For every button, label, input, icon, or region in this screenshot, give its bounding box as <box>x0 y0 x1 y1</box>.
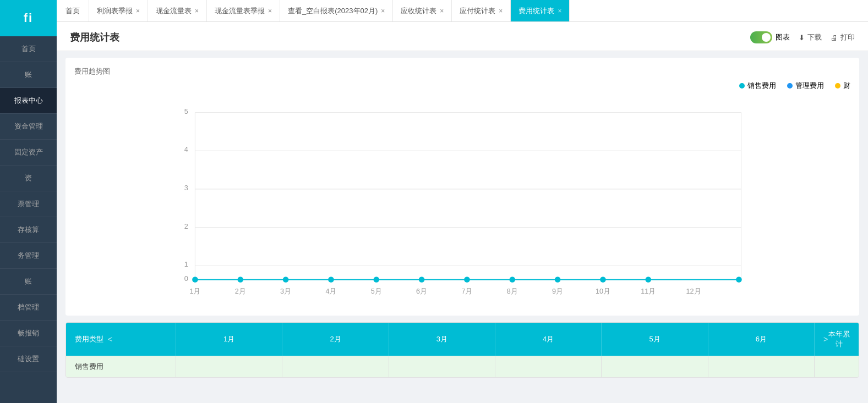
legend-finance-dot <box>835 83 840 89</box>
td-type-sales: 销售费用 <box>66 356 176 377</box>
td-sales-m2 <box>282 356 389 377</box>
th-month-2: 2月 <box>282 323 389 356</box>
sidebar-logo: fi <box>0 0 57 36</box>
legend-sales-label: 销售费用 <box>747 81 776 91</box>
page-title: 费用统计表 <box>70 31 119 44</box>
print-icon: 🖨 <box>831 34 838 42</box>
th-month-4: 4月 <box>495 323 602 356</box>
legend-admin-dot <box>787 83 793 89</box>
tab-home[interactable]: 首页 <box>57 0 89 21</box>
sidebar-item-invoice[interactable]: 票管理 <box>0 191 57 217</box>
tab-close-cashflow[interactable]: × <box>195 7 199 15</box>
page-content: 费用统计表 图表 ⬇ 下载 🖨 打印 费用趋势图 <box>57 22 868 403</box>
svg-point-20 <box>464 277 470 283</box>
svg-text:1: 1 <box>184 261 188 268</box>
svg-point-25 <box>736 277 742 283</box>
chart-svg: 5 4 3 2 1 0 <box>74 96 850 305</box>
tab-cashflow-quarterly[interactable]: 现金流量表季报 × <box>207 0 280 21</box>
svg-point-22 <box>555 277 561 283</box>
td-sales-m6 <box>708 356 815 377</box>
sidebar-item-service[interactable]: 务管理 <box>0 243 57 269</box>
sidebar-item-settings[interactable]: 础设置 <box>0 346 57 372</box>
td-sales-ytd <box>815 356 859 377</box>
sidebar-item-expense[interactable]: 畅报销 <box>0 321 57 346</box>
svg-point-14 <box>192 277 198 283</box>
tab-blank-report[interactable]: 查看_空白报表(2023年02月) × <box>280 0 393 21</box>
legend-finance-label: 财 <box>843 81 850 91</box>
sidebar-item-ledger[interactable]: 账 <box>0 269 57 295</box>
svg-point-18 <box>374 277 380 283</box>
main-content: 首页 利润表季报 × 现金流量表 × 现金流量表季报 × 查看_空白报表(202… <box>57 0 868 403</box>
th-year-total: > 本年累计 <box>815 323 859 356</box>
svg-text:9月: 9月 <box>552 288 563 295</box>
tab-close-profit-quarterly[interactable]: × <box>136 7 140 15</box>
svg-point-15 <box>238 277 244 283</box>
table-section: 费用类型 < 1月 2月 3月 4月 5月 6月 > 本年累计 销售费用 <box>65 322 859 378</box>
chart-toggle[interactable] <box>750 31 772 43</box>
sidebar-item-inventory[interactable]: 存核算 <box>0 217 57 243</box>
td-sales-m1 <box>176 356 282 377</box>
legend-sales-dot <box>739 83 745 89</box>
sidebar-item-archive[interactable]: 档管理 <box>0 295 57 321</box>
svg-text:0: 0 <box>184 275 188 283</box>
nav-next-arrow[interactable]: > <box>823 335 828 344</box>
th-month-5: 5月 <box>602 323 708 356</box>
page-actions: 图表 ⬇ 下载 🖨 打印 <box>750 31 855 43</box>
tab-expense-stats[interactable]: 费用统计表 × <box>511 0 570 21</box>
svg-point-21 <box>510 277 516 283</box>
svg-point-17 <box>328 277 334 283</box>
chart-title: 费用趋势图 <box>74 67 850 76</box>
print-button[interactable]: 🖨 打印 <box>831 32 855 42</box>
nav-prev-arrow[interactable]: < <box>108 335 112 344</box>
svg-text:3: 3 <box>184 184 188 192</box>
svg-point-23 <box>600 277 606 283</box>
tab-receivable[interactable]: 应收统计表 × <box>393 0 452 21</box>
td-sales-m5 <box>602 356 708 377</box>
tab-bar: 首页 利润表季报 × 现金流量表 × 现金流量表季报 × 查看_空白报表(202… <box>57 0 868 22</box>
svg-point-19 <box>419 277 425 283</box>
svg-text:8月: 8月 <box>507 288 518 295</box>
legend-sales: 销售费用 <box>739 81 776 91</box>
td-sales-m3 <box>389 356 495 377</box>
sidebar-item-report-center[interactable]: 报表中心 <box>0 88 57 114</box>
chart-toggle-label: 图表 <box>776 32 790 42</box>
tab-profit-quarterly[interactable]: 利润表季报 × <box>89 0 148 21</box>
svg-text:3月: 3月 <box>280 288 291 295</box>
sidebar-item-fund[interactable]: 资金管理 <box>0 114 57 140</box>
sidebar-item-capital[interactable]: 资 <box>0 165 57 191</box>
download-icon: ⬇ <box>799 34 805 42</box>
svg-text:2: 2 <box>184 223 188 230</box>
th-month-6: 6月 <box>708 323 815 356</box>
table-header: 费用类型 < 1月 2月 3月 4月 5月 6月 > 本年累计 <box>66 323 859 356</box>
page-header: 费用统计表 图表 ⬇ 下载 🖨 打印 <box>57 22 868 51</box>
tab-close-receivable[interactable]: × <box>440 7 444 15</box>
th-expense-type: 费用类型 < <box>66 323 176 356</box>
svg-text:4: 4 <box>184 146 188 153</box>
tab-close-cashflow-quarterly[interactable]: × <box>268 7 272 15</box>
tab-payable[interactable]: 应付统计表 × <box>452 0 511 21</box>
svg-text:11月: 11月 <box>641 288 656 295</box>
tab-cashflow[interactable]: 现金流量表 × <box>148 0 207 21</box>
chart-legend: 销售费用 管理费用 财 <box>74 81 850 91</box>
svg-point-16 <box>283 277 289 283</box>
legend-admin-label: 管理费用 <box>795 81 824 91</box>
svg-text:1月: 1月 <box>189 288 200 295</box>
sidebar: fi 首页 账 报表中心 资金管理 固定资产 资 票管理 存核算 务管理 账 档… <box>0 0 57 403</box>
legend-admin: 管理费用 <box>787 81 824 91</box>
td-sales-m4 <box>495 356 602 377</box>
svg-text:10月: 10月 <box>596 288 610 295</box>
legend-finance: 财 <box>835 81 850 91</box>
svg-text:6月: 6月 <box>416 288 427 295</box>
sidebar-item-home[interactable]: 首页 <box>0 36 57 62</box>
tab-close-expense-stats[interactable]: × <box>558 7 561 15</box>
svg-text:12月: 12月 <box>686 288 701 295</box>
tab-close-blank-report[interactable]: × <box>381 7 385 15</box>
th-month-3: 3月 <box>389 323 495 356</box>
sidebar-item-account[interactable]: 账 <box>0 62 57 88</box>
sidebar-item-fixed-assets[interactable]: 固定资产 <box>0 140 57 165</box>
download-button[interactable]: ⬇ 下载 <box>799 32 822 42</box>
chart-section: 费用趋势图 销售费用 管理费用 财 <box>65 58 859 316</box>
svg-text:5: 5 <box>184 108 188 115</box>
svg-text:7月: 7月 <box>461 288 472 295</box>
tab-close-payable[interactable]: × <box>499 7 503 15</box>
